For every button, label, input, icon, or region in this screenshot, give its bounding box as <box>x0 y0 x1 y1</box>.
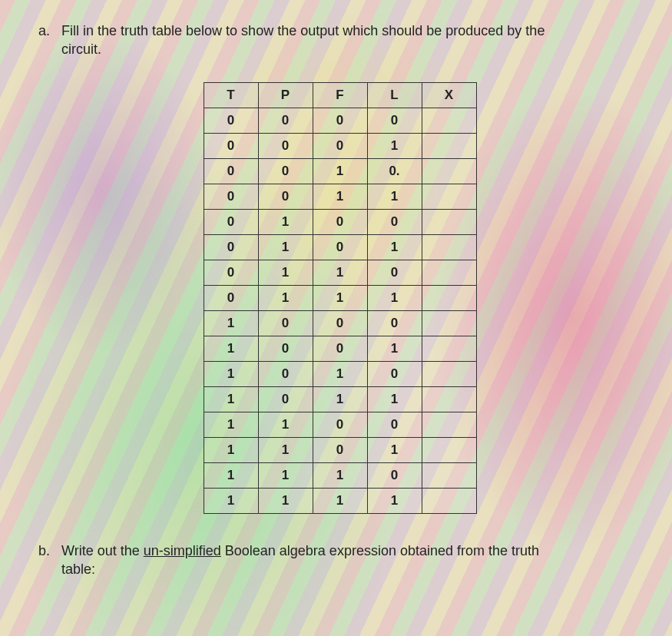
table-cell: 0 <box>258 158 313 184</box>
table-cell: 1 <box>367 133 422 158</box>
table-cell: 1 <box>204 412 258 437</box>
table-cell: 1 <box>258 437 313 462</box>
table-cell: 0 <box>313 133 367 158</box>
table-cell: 1 <box>204 462 258 488</box>
table-cell: 0 <box>204 184 258 209</box>
table-cell: 1 <box>313 361 367 386</box>
col-header-X: X <box>422 82 476 108</box>
table-cell: 0. <box>367 158 422 184</box>
col-header-P: P <box>258 82 313 108</box>
table-cell: 0 <box>367 310 422 336</box>
table-cell <box>422 462 476 488</box>
table-cell <box>422 310 476 336</box>
table-cell: 1 <box>258 209 313 234</box>
col-header-T: T <box>204 82 258 108</box>
table-cell: 0 <box>367 462 422 488</box>
table-row: 1111 <box>204 488 476 513</box>
table-cell: 1 <box>204 488 258 513</box>
table-cell: 1 <box>204 310 258 336</box>
table-cell: 1 <box>313 462 367 488</box>
table-row: 0111 <box>204 285 476 310</box>
table-cell: 0 <box>367 361 422 386</box>
table-cell: 0 <box>204 234 258 260</box>
table-cell: 1 <box>204 437 258 462</box>
table-cell: 1 <box>367 437 422 462</box>
table-row: 0010. <box>204 158 476 184</box>
table-cell: 0 <box>313 209 367 234</box>
table-cell: 0 <box>204 133 258 158</box>
table-cell: 0 <box>204 260 258 285</box>
table-row: 1011 <box>204 386 476 412</box>
table-row: 0101 <box>204 234 476 260</box>
table-cell <box>422 361 476 386</box>
table-cell: 0 <box>313 437 367 462</box>
table-cell <box>422 133 476 158</box>
table-cell <box>422 336 476 361</box>
table-cell <box>422 184 476 209</box>
table-cell: 0 <box>313 234 367 260</box>
table-cell: 0 <box>204 158 258 184</box>
table-cell: 1 <box>313 184 367 209</box>
table-cell: 0 <box>367 260 422 285</box>
table-cell: 0 <box>204 285 258 310</box>
question-a: a. Fill in the truth table below to show… <box>38 22 641 59</box>
table-cell: 1 <box>313 386 367 412</box>
table-cell: 1 <box>313 285 367 310</box>
table-cell: 0 <box>313 310 367 336</box>
table-cell: 1 <box>204 386 258 412</box>
table-row: 1010 <box>204 361 476 386</box>
table-cell <box>422 158 476 184</box>
question-a-label: a. <box>38 22 52 59</box>
table-cell <box>422 412 476 437</box>
table-cell: 1 <box>367 285 422 310</box>
table-cell <box>422 108 476 133</box>
table-cell: 0 <box>313 336 367 361</box>
table-row: 1101 <box>204 437 476 462</box>
table-cell: 1 <box>367 234 422 260</box>
table-cell: 1 <box>204 361 258 386</box>
table-cell: 1 <box>367 386 422 412</box>
table-cell <box>422 234 476 260</box>
question-b-text: Write out the un-simplified Boolean alge… <box>61 542 539 579</box>
table-cell: 1 <box>258 462 313 488</box>
table-cell: 1 <box>258 488 313 513</box>
truth-table-wrap: T P F L X 000000010010.00110100010101100… <box>38 82 641 514</box>
table-cell: 1 <box>204 336 258 361</box>
table-cell: 0 <box>258 361 313 386</box>
table-cell <box>422 488 476 513</box>
table-cell: 0 <box>313 108 367 133</box>
table-cell: 0 <box>204 209 258 234</box>
table-cell <box>422 260 476 285</box>
table-row: 0110 <box>204 260 476 285</box>
table-cell: 0 <box>258 336 313 361</box>
table-cell: 1 <box>367 184 422 209</box>
table-row: 1000 <box>204 310 476 336</box>
table-cell <box>422 285 476 310</box>
table-cell <box>422 209 476 234</box>
table-row: 0000 <box>204 108 476 133</box>
table-row: 0001 <box>204 133 476 158</box>
question-b: b. Write out the un-simplified Boolean a… <box>38 542 641 579</box>
table-row: 0100 <box>204 209 476 234</box>
table-cell: 1 <box>367 336 422 361</box>
table-cell: 0 <box>258 184 313 209</box>
table-cell: 0 <box>367 412 422 437</box>
col-header-L: L <box>367 82 422 108</box>
truth-table: T P F L X 000000010010.00110100010101100… <box>204 82 477 514</box>
table-row: 1001 <box>204 336 476 361</box>
table-cell: 0 <box>204 108 258 133</box>
table-cell <box>422 437 476 462</box>
table-cell: 0 <box>367 108 422 133</box>
table-cell: 1 <box>258 234 313 260</box>
table-row: 0011 <box>204 184 476 209</box>
table-cell <box>422 386 476 412</box>
table-cell: 0 <box>258 386 313 412</box>
table-cell: 0 <box>367 209 422 234</box>
table-cell: 1 <box>367 488 422 513</box>
question-a-text: Fill in the truth table below to show th… <box>61 22 545 59</box>
table-cell: 1 <box>258 260 313 285</box>
table-cell: 0 <box>313 412 367 437</box>
table-cell: 0 <box>258 108 313 133</box>
col-header-F: F <box>313 82 367 108</box>
table-cell: 1 <box>258 285 313 310</box>
